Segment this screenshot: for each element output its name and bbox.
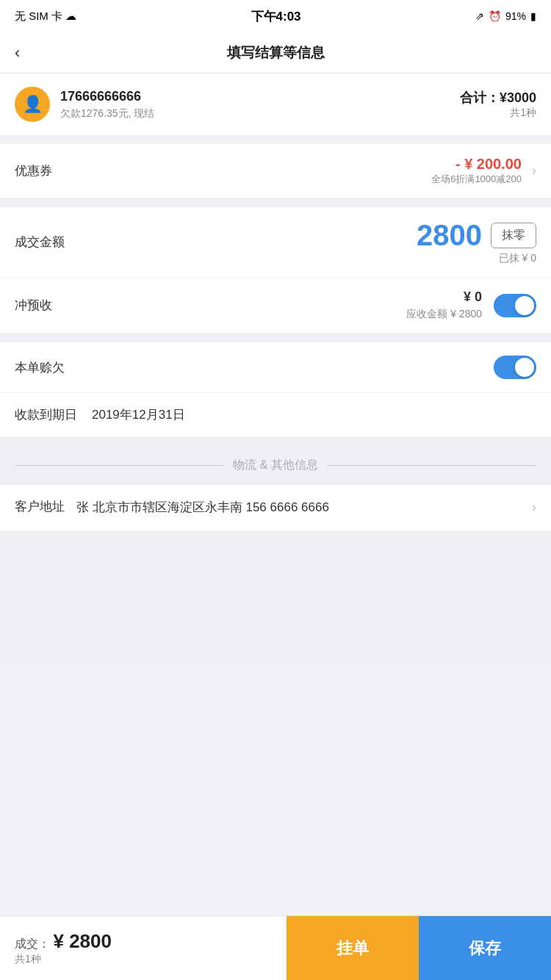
logistics-divider: 物流 & 其他信息	[0, 446, 551, 485]
alarm-icon: ⏰	[489, 10, 501, 22]
deal-amount-section: 成交金额 2800 抹零 已抹 ¥ 0	[0, 207, 551, 278]
battery-icon: ▮	[530, 10, 536, 22]
bottom-deal-value: ¥ 2800	[53, 930, 112, 952]
bottom-count: 共1种	[15, 953, 272, 966]
coupon-chevron-icon: ›	[532, 163, 536, 179]
page-title: 填写结算等信息	[227, 43, 325, 62]
status-right: ⇗ ⏰ 91% ▮	[475, 10, 536, 22]
status-time: 下午4:03	[251, 8, 301, 25]
bottom-bar: 成交： ¥ 2800 共1种 挂单 保存	[0, 915, 551, 980]
customer-sub: 欠款1276.35元, 现结	[60, 107, 154, 120]
chong-label: 冲预收	[15, 297, 52, 314]
deal-amount-value: 2800	[417, 219, 482, 252]
customer-card: 👤 17666666666 欠款1276.35元, 现结 合计：¥3000 共1…	[0, 73, 551, 135]
due-value: 2019年12月31日	[92, 406, 185, 423]
gray-area	[0, 531, 551, 663]
chong-sub: 应收金额 ¥ 2800	[406, 308, 482, 321]
deal-sub: 已抹 ¥ 0	[499, 252, 536, 265]
chong-section: 冲预收 ¥ 0 应收金额 ¥ 2800	[0, 278, 551, 334]
section-divider-3	[0, 437, 551, 446]
bottom-deal-row: 成交： ¥ 2800	[15, 930, 272, 953]
total-value: 合计：¥3000	[460, 89, 536, 107]
avatar-icon: 👤	[23, 95, 43, 114]
battery-status: 91%	[505, 10, 526, 22]
logistics-text: 物流 & 其他信息	[233, 458, 318, 473]
customer-left: 👤 17666666666 欠款1276.35元, 现结	[15, 87, 154, 122]
address-chevron-icon: ›	[532, 500, 536, 515]
sim-status: 无 SIM 卡 ☁	[15, 10, 76, 24]
deal-right: 2800 抹零	[417, 219, 536, 252]
coupon-label: 优惠券	[15, 162, 52, 179]
due-label: 收款到期日	[15, 406, 77, 423]
bendan-section: 本单赊欠	[0, 342, 551, 393]
bottom-left: 成交： ¥ 2800 共1种	[0, 930, 287, 966]
bottom-deal-label: 成交：	[15, 937, 50, 950]
location-icon: ⇗	[475, 10, 484, 22]
address-label: 客户地址	[15, 498, 65, 515]
content: 👤 17666666666 欠款1276.35元, 现结 合计：¥3000 共1…	[0, 73, 551, 729]
bendan-toggle[interactable]	[494, 356, 536, 379]
chong-value: ¥ 0	[464, 289, 482, 305]
back-button[interactable]: ‹	[15, 37, 29, 68]
address-row[interactable]: 客户地址 张 北京市市辖区海淀区永丰南 156 6666 6666 ›	[0, 485, 551, 531]
due-date-section: 收款到期日 2019年12月31日	[0, 393, 551, 437]
deal-label: 成交金额	[15, 234, 65, 251]
nav-bar: ‹ 填写结算等信息	[0, 32, 551, 73]
chong-right: ¥ 0 应收金额 ¥ 2800	[406, 289, 536, 321]
bendan-label: 本单赊欠	[15, 359, 65, 376]
customer-info: 17666666666 欠款1276.35元, 现结	[60, 89, 154, 120]
avatar: 👤	[15, 87, 50, 122]
round-button[interactable]: 抹零	[491, 223, 536, 248]
hang-button[interactable]: 挂单	[287, 916, 419, 981]
section-divider-1	[0, 198, 551, 207]
section-divider-2	[0, 334, 551, 342]
coupon-value: - ¥ 200.00	[431, 156, 522, 173]
coupon-right: - ¥ 200.00 全场6折满1000减200 ›	[431, 156, 536, 186]
status-bar: 无 SIM 卡 ☁ 下午4:03 ⇗ ⏰ 91% ▮	[0, 0, 551, 32]
customer-total: 合计：¥3000 共1种	[460, 89, 536, 120]
save-button[interactable]: 保存	[419, 916, 551, 981]
chong-toggle[interactable]	[494, 294, 536, 317]
logistics-line-left	[15, 465, 224, 466]
coupon-row[interactable]: 优惠券 - ¥ 200.00 全场6折满1000减200 ›	[0, 144, 551, 198]
logistics-line-right	[327, 465, 536, 466]
coupon-desc: 全场6折满1000减200	[431, 173, 522, 186]
chong-values: ¥ 0 应收金额 ¥ 2800	[406, 289, 482, 321]
status-left: 无 SIM 卡 ☁	[15, 10, 76, 24]
total-count: 共1种	[460, 107, 536, 120]
customer-phone: 17666666666	[60, 89, 154, 104]
address-value: 张 北京市市辖区海淀区永丰南 156 6666 6666	[76, 498, 520, 517]
